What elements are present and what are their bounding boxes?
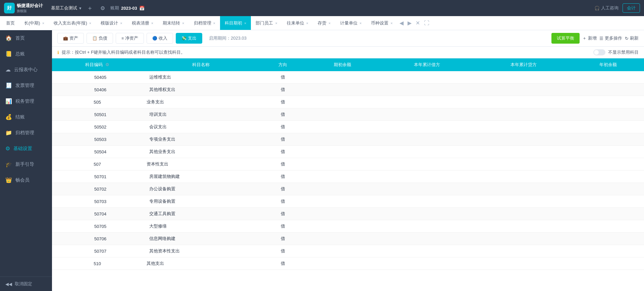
headset-icon: 🎧 [594,6,600,11]
tab-kemuqichu-close[interactable]: × [244,21,246,25]
col-settings-icon[interactable]: ⚙ [105,62,109,67]
sidebar-item-zhangzhang[interactable]: 📒 总账 [0,46,52,62]
table-row[interactable]: 50405运维维支出借 [52,71,644,84]
tab-shouru-close[interactable]: × [89,21,91,25]
sub-tab-asset[interactable]: 💼 资产 [57,33,84,44]
sidebar-item-changhui[interactable]: 👑 畅会员 [0,172,52,188]
table-row[interactable]: 510其他支出借 [52,257,644,270]
content-area: 💼 资产 📋 负债 ≡ 净资产 🔵 收入 💸 支出 启用期间：2023.03 [52,30,644,291]
calendar-icon[interactable]: 📅 [139,6,145,11]
sub-tab-income[interactable]: 🔵 收入 [147,33,173,44]
sidebar-item-shuiwu[interactable]: 📊 税务管理 [0,93,52,109]
calc-balance-button[interactable]: 试算平衡 [551,33,580,44]
tab-prev-button[interactable]: ◀ [397,20,406,26]
tab-wanglai[interactable]: 往来单位 × [282,16,313,30]
sidebar-collapse-button[interactable]: ◀◀ 取消固定 [0,277,52,291]
tab-shuibiao[interactable]: 税表清册 × [127,16,158,30]
sidebar-item-home[interactable]: 🏠 首页 [0,30,52,46]
table-row[interactable]: 50702办公设备购置借 [52,183,644,195]
tab-kemuqichu-label: 科目期初 [225,20,242,26]
table-row[interactable]: 50501培训支出借 [52,108,644,121]
refresh-button[interactable]: ↻ 刷新 [625,35,639,41]
cell-name: 其他维权支出 [143,84,259,96]
tab-moban-close[interactable]: × [120,21,122,25]
sub-tab-expense[interactable]: 💸 支出 [176,33,202,44]
table-row[interactable]: 50706信息网络购建借 [52,233,644,245]
gear-icon: ⚙ [5,145,10,152]
tab-expand-button[interactable]: ⛶ [422,20,431,26]
tab-jiliang-close[interactable]: × [360,21,362,25]
tab-qimo-close[interactable]: × [182,21,184,25]
cell-direction: 借 [259,146,307,158]
cell-direction: 借 [259,133,307,146]
tab-jiliang[interactable]: 计量单位 × [335,16,366,30]
table-row[interactable]: 50704交通工具购置借 [52,208,644,220]
tab-cunkuo[interactable]: 存货 × [313,16,335,30]
table-row[interactable]: 505业务支出借 [52,96,644,108]
tab-shuibiao-close[interactable]: × [151,21,153,25]
table-row[interactable]: 50406其他维权支出借 [52,84,644,96]
service-button[interactable]: 🎧 人工咨询 [594,5,619,11]
table-row[interactable]: 50707其他资本性支出借 [52,245,644,257]
table-row[interactable]: 50504其他业务支出借 [52,146,644,158]
cell-opening [307,245,379,257]
table-row[interactable]: 50701房屋建筑物购建借 [52,171,644,183]
settings-icon[interactable]: ⚙ [98,5,107,11]
income-icon: 🔵 [152,36,157,41]
cell-code: 507 [52,158,143,171]
add-button[interactable]: ＋ 新增 [582,35,597,41]
cell-opening [307,84,379,96]
tab-wanglai-label: 往来单位 [287,20,304,26]
table-row[interactable]: 507资本性支出借 [52,158,644,171]
sidebar-item-yunbaobiao[interactable]: ☁ 云报表中心 [0,62,52,78]
tab-qimo[interactable]: 期末结转 × [158,16,189,30]
more-button[interactable]: ☰ 更多操作 [599,35,622,41]
cloud-icon: ☁ [5,66,11,73]
table-row[interactable]: 50502会议支出借 [52,121,644,133]
sub-tab-equity[interactable]: ≡ 净资产 [116,33,144,44]
tab-close-all-button[interactable]: ✕ [414,20,422,26]
sub-tab-income-label: 收入 [159,35,167,41]
cell-code: 50706 [52,233,143,245]
tab-bizhong[interactable]: 币种设置 × [366,16,397,30]
cell-code: 50502 [52,121,143,133]
sub-tab-liability[interactable]: 📋 负债 [87,33,113,44]
sidebar-item-jichushezhi[interactable]: ⚙ 基础设置 [0,141,52,156]
table-row[interactable]: 50703专用设备购置借 [52,195,644,208]
sidebar-item-jiezhang[interactable]: 💰 结账 [0,109,52,125]
tab-next-button[interactable]: ▶ [406,20,414,26]
tab-cunkuo-close[interactable]: × [328,21,330,25]
sidebar-item-xinshouyindao[interactable]: 🎓 新手引导 [0,156,52,172]
tab-bumen[interactable]: 部门员工 × [251,16,282,30]
sidebar-item-guidang[interactable]: 📁 归档管理 [0,125,52,141]
tab-shouru[interactable]: 收入支出表(年报) × [49,16,96,30]
cell-ytd-debit [379,146,475,158]
sidebar-collapse-label: 取消固定 [15,281,32,287]
tab-bumen-close[interactable]: × [275,21,277,25]
account-button[interactable]: 会计 [623,3,640,13]
tab-qimo-label: 期末结转 [163,20,180,26]
table-row[interactable]: 50503专项业务支出借 [52,133,644,146]
tab-moban[interactable]: 模版设计 × [96,16,127,30]
cell-ytd-debit [379,257,475,270]
cell-code: 50704 [52,208,143,220]
tab-wanglai-close[interactable]: × [306,21,308,25]
tab-bizhong-close[interactable]: × [390,21,392,25]
company-selector[interactable]: 基层工会测试 ▾ [51,5,82,11]
tab-zhongqi-close[interactable]: × [42,21,44,25]
cell-direction: 借 [259,96,307,108]
add-company-button[interactable]: ＋ [85,4,95,12]
add-label: 新增 [588,35,597,41]
cell-beginning [572,121,644,133]
sidebar-item-fapiao[interactable]: 🧾 发票管理 [0,78,52,93]
table-row[interactable]: 50705大型修缮借 [52,220,644,233]
toggle-disabled-switch[interactable] [593,49,605,55]
tab-zhongqi[interactable]: 长(中期) × [19,16,49,30]
cell-ytd-credit [475,108,572,121]
tab-guidang[interactable]: 归档管理 × [189,16,220,30]
tab-guidang-close[interactable]: × [213,21,215,25]
tab-home[interactable]: 首页 [1,16,19,30]
cell-ytd-credit [475,133,572,146]
tab-kemuqichu[interactable]: 科目期初 × [220,16,251,30]
cell-ytd-debit [379,233,475,245]
